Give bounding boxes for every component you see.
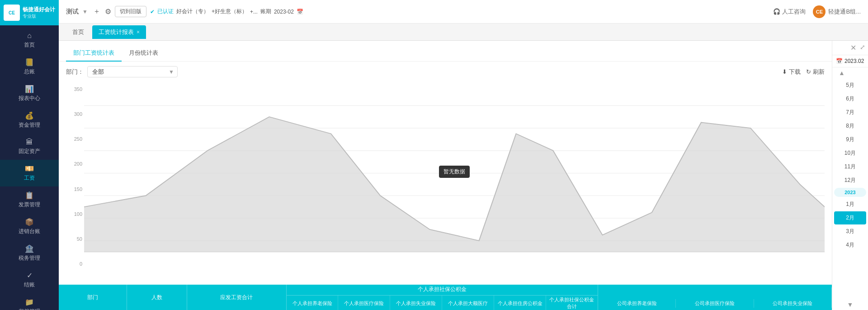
settings-icon[interactable]: ⚙ — [105, 7, 111, 16]
month-item[interactable]: 7月 — [834, 106, 866, 119]
y-axis: 0 50 100 150 200 250 300 350 — [66, 86, 84, 267]
sidebar-logo: CE 畅捷通好会计 专业版 — [0, 0, 59, 25]
content-area: 部门工资统计表 月份统计表 部门： 全部 财务部 销售部 研发部 人事部 ▼ — [59, 41, 868, 310]
th-count: 人数 — [127, 285, 187, 310]
chart-svg-area: 暂无数据 — [84, 86, 825, 267]
topbar-status: ✔ 已认证 好会计（专） +好生意（标） +... 账期 2023-02 📅 — [150, 8, 303, 15]
sidebar-item-salary[interactable]: 💴工资 — [0, 160, 59, 186]
month-item[interactable]: 5月 — [834, 79, 866, 92]
month-down-button[interactable]: ▼ — [836, 300, 864, 309]
month-scroll[interactable]: 5月6月7月8月9月10月11月12月 2023 1月2月3月4月 — [832, 78, 868, 299]
service-button[interactable]: 🎧 人工咨询 — [773, 8, 806, 16]
home-icon: ⌂ — [27, 32, 32, 40]
status-more: +... — [250, 9, 258, 15]
th-company-group: 公司 公司承担养老保险公司承担医疗保险公司承担失业保险 — [598, 287, 832, 308]
sidebar-label-invoice: 发票管理 — [19, 201, 40, 209]
th-salary: 应发工资合计 — [187, 285, 286, 310]
y-label-350: 350 — [68, 86, 82, 92]
th-personal-cells: 个人承担养老保险个人承担医疗保险个人承担失业保险个人承担大额医疗个人承担住房公积… — [287, 296, 598, 310]
th-personal-sub: 个人承担住房公积金 — [494, 296, 546, 310]
username-label: 轻捷通B组... — [828, 8, 861, 16]
th-dept: 部门 — [59, 285, 127, 310]
download-icon: ⬇ — [782, 68, 787, 75]
month-item[interactable]: 11月 — [834, 160, 866, 173]
sidebar-label-archive: 归档管理 — [19, 308, 40, 310]
sidebar-label-tax: 税务管理 — [19, 254, 40, 262]
month-item[interactable]: 12月 — [834, 174, 866, 187]
month-item[interactable]: 6月 — [834, 92, 866, 105]
sidebar-item-settlement[interactable]: ✓结账 — [0, 267, 59, 293]
sidebar-label-reports: 报表中心 — [19, 95, 40, 102]
y-label-0: 0 — [68, 261, 82, 267]
salary-icon: 💴 — [25, 164, 34, 173]
tax-icon: 🏦 — [25, 244, 34, 253]
sidebar-label-ledger: 总账 — [24, 68, 35, 76]
sidebar-item-funds[interactable]: 💰资金管理 — [0, 107, 59, 134]
topbar-dropdown-arrow[interactable]: ▼ — [82, 9, 88, 15]
logo-abbr: CE — [9, 10, 15, 15]
right-panel-close-button[interactable]: ✕ — [850, 43, 856, 52]
month-item[interactable]: 3月 — [834, 225, 866, 238]
curr-year-months: 1月2月3月4月 — [832, 198, 868, 252]
year-indicator[interactable]: 2023 — [834, 188, 866, 197]
th-personal-sub: 个人承担失业保险 — [390, 296, 442, 310]
month-item[interactable]: 9月 — [834, 133, 866, 146]
month-item[interactable]: 2月 — [834, 211, 866, 224]
purchase-icon: 📦 — [25, 218, 34, 226]
month-item[interactable]: 10月 — [834, 147, 866, 160]
sidebar-item-reports[interactable]: 📊报表中心 — [0, 80, 59, 107]
month-up-button[interactable]: ▲ — [836, 68, 848, 77]
th-personal-group-title: 个人承担社保公积金 — [287, 284, 598, 296]
sidebar-item-home[interactable]: ⌂首页 — [0, 27, 59, 53]
archive-icon: 📁 — [25, 298, 34, 306]
sidebar-nav: ⌂首页📒总账📊报表中心💰资金管理🏛固定资产💴工资📋发票管理📦进销台账🏦税务管理✓… — [0, 25, 59, 310]
subtab-month[interactable]: 月份统计表 — [122, 45, 165, 62]
right-panel-expand-button[interactable]: ⤢ — [860, 43, 865, 52]
sidebar-item-invoice[interactable]: 📋发票管理 — [0, 186, 59, 213]
sidebar-item-purchase[interactable]: 📦进销台账 — [0, 213, 59, 240]
year-header-value: 2023.02 — [844, 58, 864, 64]
user-button[interactable]: CE 轻捷通B组... — [813, 5, 861, 18]
download-button[interactable]: ⬇ 下载 — [782, 68, 801, 76]
sidebar-item-ledger[interactable]: 📒总账 — [0, 53, 59, 80]
sidebar-item-archive[interactable]: 📁归档管理 — [0, 293, 59, 310]
tab-home[interactable]: 首页 — [66, 25, 90, 39]
chart-wrapper: 0 50 100 150 200 250 300 350 — [59, 82, 832, 285]
month-item[interactable]: 1月 — [834, 198, 866, 211]
dept-select[interactable]: 全部 财务部 销售部 研发部 人事部 — [87, 66, 178, 77]
topbar-icons: ＋ ⚙ — [93, 7, 111, 16]
y-label-100: 100 — [68, 211, 82, 217]
tab-close-button[interactable]: × — [137, 29, 140, 35]
th-company-sub: 公司承担医疗保险 — [676, 299, 754, 308]
logo-sub: 专业版 — [23, 13, 55, 19]
download-label: 下载 — [789, 68, 801, 76]
sidebar-label-purchase: 进销台账 — [19, 228, 40, 235]
th-personal-sub: 个人承担养老保险 — [287, 296, 339, 310]
status-biz: +好生意（标） — [212, 8, 247, 15]
sidebar-item-assets[interactable]: 🏛固定资产 — [0, 134, 59, 160]
sidebar-label-home: 首页 — [24, 41, 35, 49]
y-label-200: 200 — [68, 161, 82, 167]
sidebar-item-tax[interactable]: 🏦税务管理 — [0, 240, 59, 267]
content-main: 部门工资统计表 月份统计表 部门： 全部 财务部 销售部 研发部 人事部 ▼ — [59, 41, 832, 310]
period-value: 2023-02 — [274, 9, 294, 15]
y-label-150: 150 — [68, 186, 82, 192]
assets-icon: 🏛 — [26, 138, 33, 146]
th-company-sub: 公司承担养老保险 — [598, 299, 676, 308]
period-label: 账期 — [260, 8, 271, 15]
ledger-icon: 📒 — [25, 58, 34, 67]
year-header[interactable]: 📅 2023.02 — [832, 55, 868, 67]
sidebar-label-salary: 工资 — [24, 174, 35, 182]
tab-salary[interactable]: 工资统计报表 × — [92, 25, 146, 39]
month-item[interactable]: 8月 — [834, 119, 866, 133]
th-personal-sub: 个人承担社保公积金合计 — [546, 296, 598, 310]
y-label-50: 50 — [68, 236, 82, 242]
calendar-icon[interactable]: 📅 — [297, 9, 303, 15]
subtab-dept[interactable]: 部门工资统计表 — [66, 45, 122, 62]
switch-version-button[interactable]: 切到旧版 — [115, 6, 146, 17]
refresh-button[interactable]: ↻ 刷新 — [806, 68, 825, 76]
right-panel-top: ✕ ⤢ — [832, 41, 868, 55]
month-item[interactable]: 4月 — [834, 238, 866, 252]
y-label-250: 250 — [68, 136, 82, 142]
add-icon[interactable]: ＋ — [93, 7, 100, 16]
